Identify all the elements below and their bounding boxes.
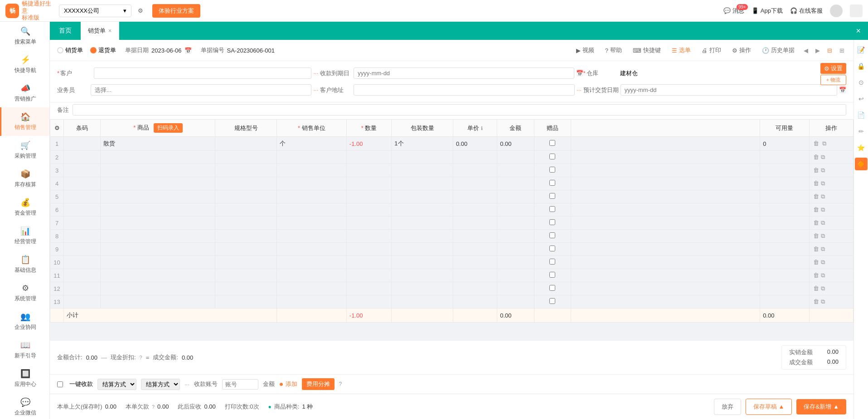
sidebar-item-collaboration[interactable]: 👥 企业协同 [0,307,49,336]
delete-icon[interactable]: 🗑 [813,232,819,239]
note-input[interactable] [73,104,846,116]
rs-icon-2[interactable]: 🔒 [855,60,868,72]
copy-icon[interactable]: ⧉ [821,272,825,279]
print-button[interactable]: 🖨 打印 [698,44,725,56]
video-button[interactable]: ▶ 视频 [572,44,598,56]
one-click-payment-checkbox[interactable] [57,381,63,387]
rs-icon-7[interactable]: ⭐ [855,141,868,154]
sidebar-item-marketing[interactable]: 📣 营销推广 [0,79,49,107]
sidebar-item-operations[interactable]: 📊 经营管理 [0,222,49,250]
col-settings[interactable]: ⚙ [50,120,64,137]
copy-icon[interactable]: ⧉ [821,154,825,160]
radio-sales-order[interactable]: 销货单 [57,46,83,54]
shortcut-button[interactable]: ⌨ 快捷键 [629,44,664,56]
copy-icon[interactable]: ⧉ [822,140,826,147]
cell-qty[interactable]: -1.00 [346,137,391,151]
delete-icon[interactable]: 🗑 [813,167,819,173]
customer-addr-input[interactable] [354,84,574,96]
tab-home[interactable]: 首页 [50,22,81,40]
list-view-icon[interactable]: ⊟ [825,45,834,56]
help-button[interactable]: ? 帮助 [601,44,626,56]
scan-button[interactable]: 扫码录入 [154,123,183,133]
tab-sales-order[interactable]: 销货单 × [81,22,119,40]
copy-icon[interactable]: ⧉ [821,180,825,187]
salesman-input[interactable] [91,84,311,96]
avatar[interactable] [830,5,843,17]
app-download-button[interactable]: 📱 App下载 [752,7,783,15]
copy-icon[interactable]: ⧉ [821,298,825,305]
copy-icon[interactable]: ⧉ [821,193,825,200]
delete-icon[interactable]: 🗑 [813,140,819,147]
user-dropdown[interactable] [850,5,863,17]
sidebar-item-inventory[interactable]: 📦 库存核算 [0,164,49,193]
cell-barcode[interactable] [64,137,101,151]
copy-icon[interactable]: ⧉ [821,259,825,265]
next-icon[interactable]: ▶ [814,45,822,56]
cell-spec[interactable] [215,137,277,151]
experience-button[interactable]: 体验行业方案 [152,4,200,18]
delete-icon[interactable]: 🗑 [813,180,819,187]
salesman-dots-button[interactable]: ··· [311,87,320,93]
delete-icon[interactable]: 🗑 [813,259,819,265]
copy-icon[interactable]: ⧉ [821,219,825,226]
delete-icon[interactable]: 🗑 [813,193,819,200]
sidebar-item-search[interactable]: 🔍 搜索菜单 [0,22,49,50]
customer-input[interactable] [94,67,311,79]
delete-icon[interactable]: 🗑 [813,298,819,305]
operations-button[interactable]: ⚙ 操作 [728,44,755,56]
history-button[interactable]: 🕐 历史单据 [758,44,798,56]
sidebar-item-finance[interactable]: 💰 资金管理 [0,193,49,222]
add-payment-button[interactable]: ● 添加 [279,380,297,388]
rs-icon-6[interactable]: ✏ [855,125,868,138]
sidebar-item-sales[interactable]: 🏠 销售管理 [0,107,49,136]
price-info-icon[interactable]: ℹ [481,125,483,131]
copy-icon[interactable]: ⧉ [821,285,825,292]
delete-icon[interactable]: 🗑 [813,285,819,292]
addr-dots-button[interactable]: ··· [575,87,583,93]
payment-method-select[interactable]: 结算方式 [97,379,136,390]
copy-icon[interactable]: ⧉ [821,232,825,239]
delete-icon[interactable]: 🗑 [813,246,819,252]
delete-icon[interactable]: 🗑 [813,154,819,160]
settlement-method-select[interactable]: 结算方式 [141,379,180,390]
select-button[interactable]: ☰ 选单 [668,44,694,56]
settings-button[interactable]: ⚙ 设置 [820,63,846,74]
fee-split-button[interactable]: 费用分摊 [302,378,335,390]
expected-date-input[interactable] [621,84,837,96]
sidebar-item-guide[interactable]: 📖 新手引导 [0,336,49,364]
account-input[interactable] [222,379,258,390]
sidebar-item-apps[interactable]: 🔲 应用中心 [0,364,49,393]
cell-gift[interactable] [534,137,571,151]
rs-icon-8[interactable]: 🔶 [855,158,868,170]
receive-date-calendar-icon[interactable]: 📅 [576,70,583,77]
fee-info-icon[interactable]: ? [339,381,342,387]
rs-icon-1[interactable]: 📝 [855,43,868,56]
info-icon[interactable]: ? [152,404,155,409]
tab-close-icon[interactable]: × [108,28,112,34]
delete-icon[interactable]: 🗑 [813,272,819,279]
message-button[interactable]: 💬 消息 99+ [723,7,744,15]
cell-price[interactable]: 0.00 [453,137,497,151]
receive-date-input[interactable] [354,67,574,79]
calendar-icon[interactable]: 📅 [184,47,192,54]
copy-icon[interactable]: ⧉ [821,246,825,252]
rs-icon-5[interactable]: 📄 [855,109,868,121]
radio-return-order[interactable]: 退货单 [90,46,116,54]
save-new-button[interactable]: 保存&新增 ▲ [796,399,846,414]
sidebar-item-basic-info[interactable]: 📋 基础信息 [0,250,49,279]
customer-dots-button[interactable]: ··· [311,70,320,77]
settings-icon[interactable]: ⚙ [133,4,148,18]
rs-icon-4[interactable]: ↩ [855,92,868,105]
account-dots-button[interactable]: ··· [184,381,189,388]
logistics-button[interactable]: + 物流 [820,75,846,85]
expected-date-calendar-icon[interactable]: 📅 [839,87,846,93]
sidebar-item-wechat[interactable]: 💬 企业微信 [0,393,49,419]
copy-icon[interactable]: ⧉ [821,167,825,173]
tab-bar-close-icon[interactable]: × [849,26,868,36]
copy-icon[interactable]: ⧉ [821,206,825,213]
delete-icon[interactable]: 🗑 [813,219,819,226]
sidebar-item-quicknav[interactable]: ⚡ 快捷导航 [0,50,49,79]
delete-icon[interactable]: 🗑 [813,206,819,213]
discount-info-icon[interactable]: ? [140,355,142,360]
grid-view-icon[interactable]: ⊞ [838,45,846,56]
